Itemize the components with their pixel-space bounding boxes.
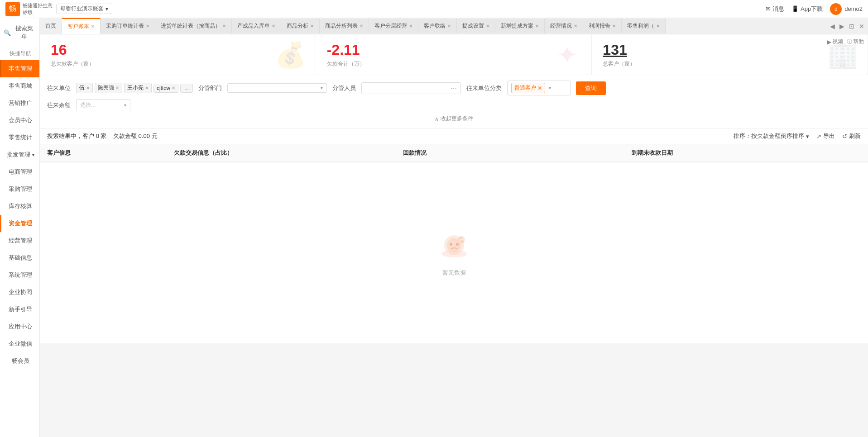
tab-close-customer-ledger[interactable]: ✕ [91, 24, 95, 29]
debt-sum-icon: ✦ [556, 40, 578, 69]
avatar: d [830, 3, 842, 15]
tab-close-product-list[interactable]: ✕ [360, 24, 363, 28]
tab-close-customer-seg[interactable]: ✕ [409, 24, 412, 28]
classify-tag: 普通客户 ✕ [511, 83, 545, 93]
remove-tag-wu[interactable]: ✕ [86, 86, 90, 90]
app-download-btn[interactable]: 📱 App下载 [791, 5, 823, 13]
sort-button[interactable]: 排序：按欠款金额倒序排序 ▾ [734, 132, 809, 140]
total-customers-value: 131 [603, 42, 627, 58]
sidebar-item-member[interactable]: 会员中心 [0, 112, 39, 129]
tab-inbound[interactable]: 产成品入库单 ✕ [232, 19, 281, 33]
svg-point-4 [456, 243, 459, 246]
remove-classify-tag[interactable]: ✕ [537, 85, 542, 91]
tab-close-profit[interactable]: ✕ [612, 24, 616, 28]
remove-tag-wang[interactable]: ✕ [145, 86, 149, 90]
empty-icon [436, 229, 472, 265]
tab-home[interactable]: 首页 [40, 19, 62, 33]
dept-filter-label: 分管部门 [198, 84, 222, 92]
user-area[interactable]: d demo2 [830, 3, 863, 15]
tab-customer-segmentation[interactable]: 客户分层经营 ✕ [369, 19, 418, 33]
tab-prev-btn[interactable]: ◀ [828, 22, 837, 31]
dept-select[interactable]: ▾ [227, 83, 327, 93]
tab-close-product-analysis[interactable]: ✕ [310, 24, 314, 28]
tab-purchase-order-stats[interactable]: 采购订单统计表 ✕ [101, 19, 155, 33]
unit-tag-wang: 王小亮 ✕ [124, 83, 152, 93]
tab-new-commission[interactable]: 新增提成方案 ✕ [495, 19, 545, 33]
tab-close-ops[interactable]: ✕ [574, 24, 577, 28]
sidebar-item-retail[interactable]: 零售管理 [0, 60, 39, 77]
balance-input[interactable]: 选择... ▾ [76, 99, 130, 111]
sidebar-item-system[interactable]: 系统管理 [0, 266, 39, 284]
table-col-debt-info: 欠款交易信息（占比） [174, 149, 403, 157]
remove-tag-cjttcw[interactable]: ✕ [172, 86, 175, 90]
tab-customer-ledger[interactable]: 客户账本 ✕ [62, 18, 101, 34]
remove-tag-chen[interactable]: ✕ [115, 86, 119, 90]
unit-tag-more[interactable]: ... [180, 84, 193, 93]
stat-total-debtors: 💰 16 总欠款客户（家） [40, 34, 316, 75]
tab-customer-contact[interactable]: 客户联络 ✕ [418, 19, 457, 33]
tab-ops-status[interactable]: 经营情况 ✕ [545, 19, 583, 33]
collapse-icon: ∧ [435, 116, 439, 122]
sidebar-item-ecom[interactable]: 电商管理 [0, 163, 39, 180]
sidebar-item-enterprise[interactable]: 企业协同 [0, 284, 39, 301]
dept-chevron-icon: ▾ [321, 86, 323, 90]
sidebar-item-operations[interactable]: 经营管理 [0, 232, 39, 249]
sidebar-item-basic-info[interactable]: 基础信息 [0, 249, 39, 266]
sidebar-item-marketing[interactable]: 营销推广 [0, 95, 39, 112]
table-body: 暂无数据 [40, 162, 868, 343]
export-button[interactable]: ↗ 导出 [816, 132, 835, 140]
tab-next-btn[interactable]: ▶ [838, 22, 846, 31]
customers-icon: 🏢 [827, 40, 858, 70]
sidebar-item-retail-shop[interactable]: 零售商城 [0, 77, 39, 95]
tab-profit-report[interactable]: 利润报告 ✕ [583, 19, 622, 33]
tab-retail-profit[interactable]: 零售利润（ ✕ [622, 19, 666, 33]
sidebar-item-wholesale[interactable]: 批发管理 ▾ [0, 146, 39, 163]
top-bar-left: 畅 畅捷通好生意 标版 母婴行业演示账套 ▾ [5, 2, 112, 16]
sidebar-item-vip[interactable]: 畅会员 [0, 352, 39, 370]
tab-product-analysis[interactable]: 商品分析 ✕ [281, 19, 320, 33]
person-select[interactable]: ⋯ [361, 82, 461, 94]
tab-close-retail[interactable]: ✕ [656, 24, 660, 28]
sort-label: 排序：按欠款金额倒序排序 [734, 132, 804, 140]
unit-tag-wu: 伍 ✕ [76, 83, 93, 93]
filter-section: 往来单位 伍 ✕ 陈民强 ✕ 王小亮 ✕ [40, 75, 868, 128]
sidebar-item-inventory[interactable]: 库存核算 [0, 198, 39, 215]
stats-row: 💰 16 总欠款客户（家） ✦ -2.11 欠款合计（万） ▶ 视频 [40, 34, 868, 75]
tab-purchase-stats-by-product[interactable]: 进货单统计表（按商品） ✕ [155, 19, 232, 33]
balance-placeholder: 选择... [80, 101, 96, 109]
classify-label: 往来单位分类 [466, 84, 502, 92]
classify-select[interactable]: 普通客户 ✕ ▾ [507, 81, 571, 95]
tab-close-new-commission[interactable]: ✕ [535, 24, 539, 28]
refresh-button[interactable]: ↺ 刷新 [842, 132, 861, 140]
unit-filter-label: 往来单位 [47, 84, 71, 92]
sidebar-item-purchase[interactable]: 采购管理 [0, 180, 39, 198]
total-debtors-label: 总欠款客户（家） [51, 60, 94, 68]
tab-close-all-btn[interactable]: ✕ [857, 22, 866, 31]
sidebar-item-guide[interactable]: 新手引导 [0, 301, 39, 318]
sidebar-item-finance[interactable]: 资金管理 [0, 215, 39, 232]
tab-product-list[interactable]: 商品分析列表 ✕ [320, 19, 369, 33]
tab-close-customer-contact[interactable]: ✕ [447, 24, 451, 28]
classify-chevron-icon: ▾ [549, 86, 551, 90]
sidebar-item-wechat[interactable]: 企业微信 [0, 335, 39, 352]
tab-commission-settings[interactable]: 提成设置 ✕ [457, 19, 495, 33]
sort-chevron-icon: ▾ [806, 133, 809, 140]
tab-close-commission[interactable]: ✕ [486, 24, 489, 28]
collapse-button[interactable]: ∧ 收起更多条件 [435, 115, 473, 123]
tab-maximize-btn[interactable]: ⊡ [847, 22, 856, 31]
tab-close-purchase-order[interactable]: ✕ [146, 24, 149, 28]
sidebar-item-apps[interactable]: 应用中心 [0, 318, 39, 335]
tab-close-purchase-stats[interactable]: ✕ [222, 24, 226, 28]
sidebar-item-quick-nav[interactable]: 快捷导航 [0, 47, 39, 60]
export-icon: ↗ [816, 133, 821, 140]
sidebar-item-retail-stats[interactable]: 零售统计 [0, 129, 39, 146]
messages-btn[interactable]: ✉ 消息 [766, 5, 784, 13]
table-col-due-date: 到期未收款日期 [632, 149, 861, 157]
search-menu-button[interactable]: 🔍 搜索菜单 [4, 22, 36, 43]
tenant-selector[interactable]: 母婴行业演示账套 ▾ [56, 4, 112, 14]
chevron-down-icon: ▾ [106, 6, 108, 12]
refresh-icon: ↺ [842, 133, 847, 140]
tab-close-inbound[interactable]: ✕ [272, 24, 275, 28]
debtors-icon: 💰 [275, 40, 307, 70]
query-button[interactable]: 查询 [576, 81, 606, 95]
